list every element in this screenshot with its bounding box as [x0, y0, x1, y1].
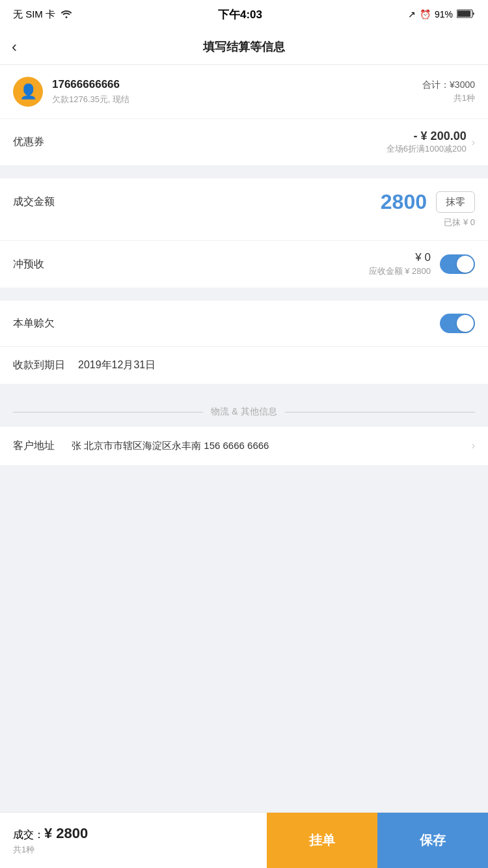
wifi-icon [61, 9, 72, 20]
prepay-right: ¥ 0 应收金额 ¥ 2800 [369, 251, 475, 277]
bottom-deal-label: 成交：¥ 2800 [13, 825, 254, 842]
coupon-right: - ¥ 200.00 全场6折满1000减200 › [386, 129, 475, 155]
divider-section: 物流 & 其他信息 [0, 397, 488, 427]
coupon-label: 优惠券 [13, 135, 44, 149]
battery-label: 91% [435, 9, 453, 20]
debt-row: 本单赊欠 [0, 301, 488, 346]
coupon-chevron: › [472, 137, 475, 148]
customer-info: 17666666666 欠款1276.35元, 现结 [52, 78, 129, 105]
hold-button[interactable]: 挂单 [267, 813, 377, 869]
bottom-deal-text: 成交： [13, 829, 44, 840]
debt-toggle[interactable] [440, 314, 475, 333]
main-content: 👤 17666666666 欠款1276.35元, 现结 合计：¥3000 共1… [0, 65, 488, 660]
duedate-label: 收款到期日 [13, 359, 65, 372]
section-gap-3 [0, 390, 488, 397]
debt-label: 本单赊欠 [13, 317, 55, 331]
total-label: 合计：¥3000 [422, 79, 475, 91]
status-right: ↗ ⏰ 91% [408, 9, 475, 20]
bottom-deal-count: 共1种 [13, 844, 254, 856]
prepay-label: 冲预收 [13, 258, 44, 271]
svg-rect-1 [457, 10, 470, 17]
address-card: 客户地址 张 北京市市辖区海淀区永丰南 156 6666 6666 › [0, 427, 488, 465]
duedate-row: 收款到期日 2019年12月31日 [0, 346, 488, 384]
coupon-row[interactable]: 优惠券 - ¥ 200.00 全场6折满1000减200 › [0, 118, 488, 165]
deal-amount-section: 成交金额 2800 抹零 已抹 ¥ 0 [0, 178, 488, 240]
bottom-deal-price: ¥ 2800 [44, 825, 88, 841]
address-row[interactable]: 客户地址 张 北京市市辖区海淀区永丰南 156 6666 6666 › [0, 427, 488, 465]
empty-area [0, 472, 488, 602]
duedate-value: 2019年12月31日 [78, 359, 156, 372]
bottom-bar: 成交：¥ 2800 共1种 挂单 保存 [0, 812, 488, 868]
divider-line-right [285, 412, 475, 413]
nav-title: 填写结算等信息 [203, 39, 285, 55]
customer-right: 合计：¥3000 共1种 [422, 79, 475, 104]
address-label: 客户地址 [13, 439, 59, 453]
prepay-main-amount: ¥ 0 [369, 251, 431, 264]
avatar-icon: 👤 [20, 83, 37, 100]
address-value: 张 北京市市辖区海淀区永丰南 156 6666 6666 [72, 439, 472, 454]
total-label-text: 合计： [422, 79, 450, 90]
section-gap-1 [0, 172, 488, 178]
divider-text: 物流 & 其他信息 [211, 406, 277, 418]
customer-row: 👤 17666666666 欠款1276.35元, 现结 合计：¥3000 共1… [0, 65, 488, 118]
total-count: 共1种 [422, 92, 475, 104]
deal-label: 成交金额 [13, 195, 55, 209]
round-btn[interactable]: 抹零 [436, 191, 475, 213]
customer-card: 👤 17666666666 欠款1276.35元, 现结 合计：¥3000 共1… [0, 65, 488, 165]
customer-phone: 17666666666 [52, 78, 129, 91]
carrier-label: 无 SIM 卡 [13, 8, 55, 21]
coupon-desc: 全场6折满1000减200 [386, 143, 467, 155]
section-gap-2 [0, 294, 488, 301]
prepay-amounts: ¥ 0 应收金额 ¥ 2800 [369, 251, 431, 277]
coupon-discount: - ¥ 200.00 [386, 129, 467, 143]
deal-row: 成交金额 2800 抹零 [13, 190, 475, 214]
avatar: 👤 [13, 77, 43, 107]
save-button[interactable]: 保存 [377, 813, 488, 869]
debt-card: 本单赊欠 收款到期日 2019年12月31日 [0, 301, 488, 384]
status-left: 无 SIM 卡 [13, 8, 72, 21]
back-button[interactable]: ‹ [12, 38, 17, 56]
address-chevron: › [472, 440, 475, 452]
alarm-icon: ⏰ [420, 9, 431, 20]
status-time: 下午4:03 [218, 7, 262, 22]
location-icon: ↗ [408, 9, 416, 20]
customer-debt: 欠款1276.35元, 现结 [52, 94, 129, 105]
bottom-summary: 成交：¥ 2800 共1种 [0, 825, 267, 856]
prepay-sub-amount: 应收金额 ¥ 2800 [369, 265, 431, 277]
prepay-toggle[interactable] [440, 254, 475, 274]
deal-right: 2800 抹零 [381, 190, 475, 214]
total-amount: ¥3000 [450, 79, 475, 90]
prepay-row: 冲预收 ¥ 0 应收金额 ¥ 2800 [0, 240, 488, 288]
nav-bar: ‹ 填写结算等信息 [0, 29, 488, 65]
divider-line-left [13, 412, 203, 413]
customer-left: 👤 17666666666 欠款1276.35元, 现结 [13, 77, 129, 107]
deal-amount-value: 2800 [381, 190, 427, 214]
status-bar: 无 SIM 卡 下午4:03 ↗ ⏰ 91% [0, 0, 488, 29]
battery-icon [457, 9, 475, 20]
deal-sub: 已抹 ¥ 0 [13, 217, 475, 228]
